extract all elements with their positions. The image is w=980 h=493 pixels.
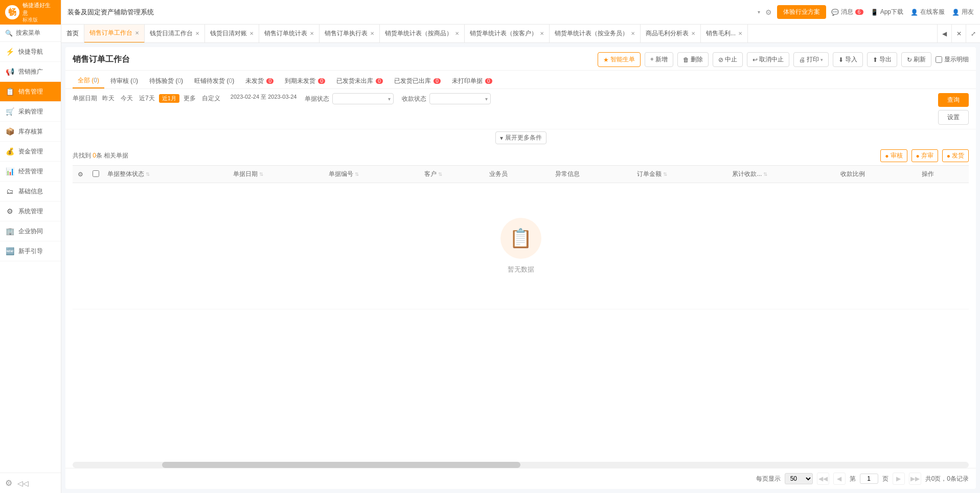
tab-close-sales-workbench[interactable]: ✕: [135, 30, 139, 36]
tab-sales-summary-customer[interactable]: 销货单统计表（按客户） ✕: [465, 25, 550, 43]
sort-icon-collected[interactable]: ⇅: [763, 171, 767, 177]
settings-btn[interactable]: 设置: [938, 110, 969, 125]
abandon-btn[interactable]: ● 弃审: [911, 149, 938, 162]
status-select[interactable]: [332, 93, 394, 104]
show-detail-label[interactable]: 显示明细: [936, 55, 969, 64]
date-opt-more[interactable]: 更多: [181, 93, 198, 104]
add-btn[interactable]: + 新增: [645, 52, 673, 67]
sidebar-item-system[interactable]: ⚙ 系统管理: [0, 201, 61, 221]
sort-icon-customer[interactable]: ⇅: [438, 171, 442, 177]
industry-btn[interactable]: 体验行业方案: [777, 5, 826, 19]
select-all-checkbox[interactable]: [93, 170, 99, 177]
page-size-select[interactable]: 50 10 20 100: [785, 473, 813, 484]
tab-close-sales-exec[interactable]: ✕: [370, 31, 374, 36]
gear-icon[interactable]: ⚙: [5, 478, 12, 488]
expand-btn[interactable]: ▾ 展开更多条件: [495, 131, 546, 144]
page-label-after: 页: [882, 475, 888, 483]
sidebar-item-finance[interactable]: 💰 资金管理: [0, 142, 61, 162]
date-opt-yesterday[interactable]: 昨天: [100, 93, 117, 104]
cancel-stop-btn[interactable]: ↩ 取消中止: [747, 52, 789, 67]
sidebar-item-basic-info[interactable]: 🗂 基础信息: [0, 182, 61, 201]
tab-close-sales-summary-product[interactable]: ✕: [455, 31, 459, 36]
sidebar-item-inventory[interactable]: 📦 库存核算: [0, 122, 61, 142]
purchase-icon: 🛒: [5, 107, 14, 116]
message-btn[interactable]: 💬 消息 6: [831, 8, 863, 16]
sidebar-item-guide[interactable]: 🆕 新手引导: [0, 241, 61, 261]
sidebar-item-sales[interactable]: 📋 销售管理: [0, 82, 61, 102]
sort-icon-bill-status[interactable]: ⇅: [146, 171, 150, 177]
show-detail-checkbox[interactable]: [936, 56, 942, 63]
sub-tab-overdue-not-shipped[interactable]: 到期未发货 0: [280, 74, 330, 88]
scroll-thumb[interactable]: [162, 462, 520, 468]
tab-cash-reconcile[interactable]: 钱货日清对账 ✕: [205, 25, 259, 43]
stop-btn[interactable]: ⊘ 中止: [713, 52, 743, 67]
tab-close-sales-more[interactable]: ✕: [738, 31, 742, 36]
tab-close-sales-summary-staff[interactable]: ✕: [631, 31, 635, 36]
smart-btn[interactable]: ★ 智能生单: [598, 52, 641, 67]
sort-icon-amount[interactable]: ⇅: [663, 171, 667, 177]
export-btn[interactable]: ⬆ 导出: [867, 52, 897, 67]
prev-page-btn[interactable]: ◀: [833, 473, 846, 485]
tab-prev-btn[interactable]: ◀: [937, 25, 951, 43]
sidebar-item-enterprise[interactable]: 🏢 企业协同: [0, 221, 61, 241]
tab-maximize-btn[interactable]: ⤢: [966, 25, 980, 43]
last-page-btn[interactable]: ▶▶: [909, 473, 921, 485]
sub-tab-wangpu-shipping[interactable]: 旺铺待发货 (0): [189, 74, 239, 88]
sort-icon-date[interactable]: ⇅: [259, 171, 263, 177]
page-input[interactable]: [860, 474, 878, 484]
sub-tab-pending-review[interactable]: 待审核 (0): [105, 74, 143, 88]
table-head: ⚙ 单据整体状态 ⇅: [73, 166, 969, 183]
sub-tab-not-shipped[interactable]: 未发货 0: [240, 74, 279, 88]
tab-goods-margin[interactable]: 商品毛利分析表 ✕: [641, 25, 701, 43]
app-download-btn[interactable]: 📱 App下载: [871, 8, 903, 16]
tab-sales-summary-product[interactable]: 销货单统计表（按商品） ✕: [380, 25, 465, 43]
approve-btn[interactable]: ● 审核: [880, 149, 907, 162]
sub-tab-pending-inspect[interactable]: 待拣验货 (0): [144, 74, 188, 88]
collapse-icon[interactable]: ◁◁: [17, 479, 29, 487]
enterprise-icon: 🏢: [5, 227, 14, 236]
print-btn[interactable]: 🖨 打印 ▾: [793, 52, 829, 67]
tab-home[interactable]: 首页: [61, 25, 84, 43]
next-page-btn[interactable]: ▶: [893, 473, 905, 485]
sidebar-item-purchase[interactable]: 🛒 采购管理: [0, 102, 61, 122]
tab-close-cash-daily[interactable]: ✕: [195, 31, 199, 36]
horizontal-scrollbar[interactable]: [73, 462, 969, 468]
search-menu[interactable]: 🔍 搜索菜单: [0, 25, 61, 42]
ship-btn[interactable]: ● 发货: [942, 149, 969, 162]
settings-icon[interactable]: ⚙: [765, 8, 772, 16]
tab-sales-workbench[interactable]: 销售订单工作台 ✕: [84, 25, 145, 43]
tab-close-all-btn[interactable]: ✕: [951, 25, 966, 43]
user-btn[interactable]: 👤 用友: [952, 8, 974, 16]
online-service-btn[interactable]: 👤 在线客服: [910, 8, 945, 16]
sort-icon-number[interactable]: ⇅: [355, 171, 359, 177]
sub-tab-not-printed[interactable]: 未打印单据 0: [447, 74, 497, 88]
sidebar-item-operation[interactable]: 📊 经营管理: [0, 162, 61, 182]
first-page-btn[interactable]: ◀◀: [817, 473, 829, 485]
tab-close-goods-margin[interactable]: ✕: [691, 31, 695, 36]
delete-btn[interactable]: 🗑 删除: [677, 52, 709, 67]
col-settings[interactable]: ⚙: [73, 166, 88, 183]
date-opt-today[interactable]: 今天: [119, 93, 135, 104]
tab-sales-more[interactable]: 销售毛利... ✕: [701, 25, 748, 43]
tab-close-cash-reconcile[interactable]: ✕: [249, 31, 254, 36]
tab-sales-exec[interactable]: 销售订单执行表 ✕: [320, 25, 380, 43]
date-opt-custom[interactable]: 自定义: [200, 93, 222, 104]
tab-close-sales-summary-customer[interactable]: ✕: [540, 31, 544, 36]
date-opt-last7[interactable]: 近7天: [137, 93, 157, 104]
refresh-btn[interactable]: ↻ 刷新: [901, 52, 931, 67]
sub-tab-shipped-not-out[interactable]: 已发货未出库 0: [331, 74, 388, 88]
payment-select[interactable]: [429, 93, 491, 104]
expand-icon: ▾: [500, 135, 503, 142]
date-opt-last1m[interactable]: 近1月: [159, 94, 179, 103]
tab-close-sales-stats[interactable]: ✕: [310, 31, 314, 36]
sub-tab-shipped-out[interactable]: 已发货已出库 0: [389, 74, 446, 88]
tab-sales-summary-staff[interactable]: 销货单统计表（按业务员） ✕: [550, 25, 641, 43]
col-checkbox[interactable]: [88, 166, 103, 183]
import-btn[interactable]: ⬇ 导入: [833, 52, 863, 67]
tab-sales-stats[interactable]: 销售订单统计表 ✕: [259, 25, 320, 43]
sidebar-item-marketing[interactable]: 📢 营销推广: [0, 62, 61, 82]
sub-tab-all[interactable]: 全部 (0): [73, 74, 104, 88]
sidebar-item-quick-nav[interactable]: ⚡ 快捷导航: [0, 42, 61, 62]
query-btn[interactable]: 查询: [938, 93, 969, 107]
tab-cash-daily[interactable]: 钱货日清工作台 ✕: [145, 25, 205, 43]
